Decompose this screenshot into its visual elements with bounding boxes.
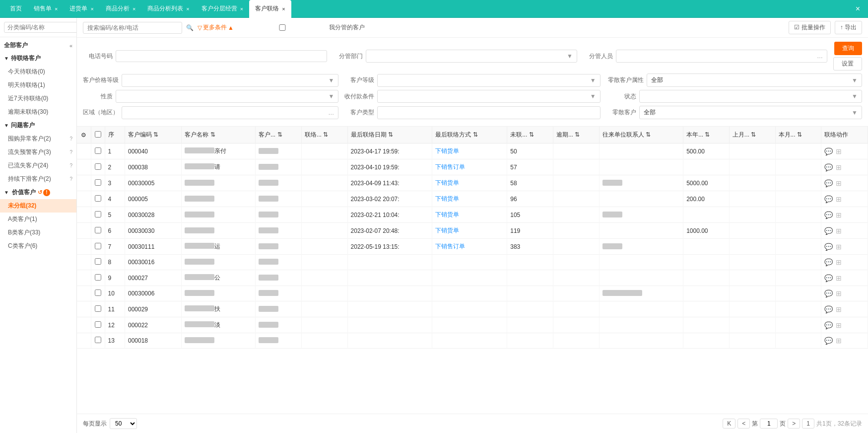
last-page-button[interactable]: 1 [802,419,814,429]
contact-method-link[interactable]: 下销售订单 [435,243,465,250]
sidebar-item-churned[interactable]: 已流失客户(24) ? [0,159,76,172]
checkbox-cell[interactable] [91,223,105,239]
close-icon[interactable]: × [90,6,93,12]
search-button[interactable]: 🔍 [186,24,194,31]
message-icon[interactable]: 💬 [824,258,833,266]
close-icon[interactable]: × [186,6,189,12]
last-contact-method-cell[interactable] [432,317,507,333]
grid-icon[interactable]: ⊞ [836,274,842,282]
first-page-button[interactable]: K [723,419,735,429]
close-icon[interactable]: × [133,6,135,12]
close-icon[interactable]: × [282,6,285,12]
tab-customer-segment[interactable]: 客户分层经营 × [196,0,249,18]
message-icon[interactable]: 💬 [824,274,833,282]
last-contact-method-cell[interactable] [432,301,507,317]
message-icon[interactable]: 💬 [824,321,833,329]
more-conditions-button[interactable]: ▽ 更多条件 ▲ [198,23,234,32]
grid-icon[interactable]: ⊞ [836,321,842,329]
close-all-tabs-button[interactable]: × [852,4,864,13]
last-contact-method-cell[interactable] [432,255,507,270]
tab-customer-contact[interactable]: 客户联络 × [249,0,291,18]
contact-method-link[interactable]: 下销货单 [435,211,459,218]
query-button[interactable]: 查询 [834,42,862,55]
checkbox-cell[interactable] [91,301,105,317]
batch-operations-button[interactable]: ☑ 批量操作 [789,21,830,34]
sidebar-all-customers[interactable]: 全部客户 « [0,37,76,52]
message-icon[interactable]: 💬 [824,179,833,187]
tab-product-analysis[interactable]: 商品分析 × [100,0,141,18]
sidebar-item-class-b[interactable]: B类客户(33) [0,226,76,239]
grid-icon[interactable]: ⊞ [836,179,842,187]
tab-home[interactable]: 首页 [4,0,28,18]
sidebar-item-7days-pending[interactable]: 近7天待联络(0) [0,92,76,105]
checkbox-cell[interactable] [91,270,105,286]
row-checkbox[interactable] [95,321,101,328]
type-column-header[interactable]: 客户... ⇅ [256,127,302,144]
grid-icon[interactable]: ⊞ [836,147,842,155]
sidebar-item-abnormal-stock[interactable]: 囤购异常客户(2) ? [0,132,76,145]
sidebar-item-tomorrow-pending[interactable]: 明天待联络(1) [0,78,76,92]
reset-button[interactable]: 设置 [833,57,862,71]
row-checkbox[interactable] [95,243,101,249]
next-page-button[interactable]: > [788,419,800,429]
value-customers-header[interactable]: ▼ 价值客户 ↺ ! [0,186,76,199]
status-select[interactable]: ▼ [639,90,862,103]
prev-page-button[interactable]: < [737,419,750,429]
row-checkbox[interactable] [95,147,101,154]
last-contact-method-column-header[interactable]: 最后联络方式 ⇅ [432,127,507,144]
row-checkbox[interactable] [95,179,101,186]
grid-icon[interactable]: ⊞ [836,243,842,251]
last-contact-method-cell[interactable]: 下销售订单 [432,159,507,175]
checkbox-cell[interactable] [91,317,105,333]
no-contact-days-column-header[interactable]: 未联... ⇅ [507,127,553,144]
customer-level-select[interactable]: ▼ [377,74,600,87]
settings-column-header[interactable]: ⚙ [77,127,91,144]
export-button[interactable]: ↑ 导出 [835,21,862,34]
close-icon[interactable]: × [55,6,58,12]
unit-contact-column-header[interactable]: 往来单位联系人 ⇅ [599,127,683,144]
close-icon[interactable]: × [240,6,243,12]
sidebar-item-class-a[interactable]: A类客户(1) [0,213,76,226]
year-amount-column-header[interactable]: 本年... ⇅ [683,127,730,144]
grid-icon[interactable]: ⊞ [836,305,842,313]
row-checkbox[interactable] [95,274,101,281]
grid-icon[interactable]: ⊞ [836,337,842,345]
row-checkbox[interactable] [95,289,101,296]
last-contact-date-column-header[interactable]: 最后联络日期 ⇅ [347,127,432,144]
sidebar-item-today-pending[interactable]: 今天待联络(0) [0,65,76,78]
problem-customers-header[interactable]: ▼ 问题客户 [0,119,76,132]
tab-product-analysis-list[interactable]: 商品分析列表 × [141,0,195,18]
my-customers-check[interactable] [238,24,327,31]
grid-icon[interactable]: ⊞ [836,211,842,219]
grid-icon[interactable]: ⊞ [836,227,842,235]
checkbox-cell[interactable] [91,286,105,301]
contact-method-link[interactable]: 下销货单 [435,147,459,154]
contact-method-link[interactable]: 下销售订单 [435,163,465,170]
checkbox-cell[interactable] [91,144,105,159]
row-checkbox[interactable] [95,195,101,202]
message-icon[interactable]: 💬 [824,289,833,297]
last-contact-method-cell[interactable]: 下销货单 [432,207,507,223]
message-icon[interactable]: 💬 [824,147,833,155]
name-column-header[interactable]: 客户名称 ⇅ [182,127,256,144]
scatter-customer-select[interactable]: 全部 ▼ [639,106,862,119]
phone-input[interactable] [116,50,327,62]
contact-method-link[interactable]: 下销货单 [435,227,459,234]
grid-icon[interactable]: ⊞ [836,195,842,203]
checkbox-cell[interactable] [91,333,105,349]
nature-select[interactable]: ▼ [116,90,338,103]
checkbox-cell[interactable] [91,159,105,175]
page-number-input[interactable] [760,419,778,429]
row-checkbox[interactable] [95,258,101,265]
checkbox-cell[interactable] [91,175,105,191]
last-contact-method-cell[interactable]: 下销货单 [432,144,507,159]
dept-select[interactable]: ▼ [366,50,577,63]
payment-select[interactable]: ▼ [377,90,600,103]
message-icon[interactable]: 💬 [824,305,833,313]
this-month-column-header[interactable]: 本月... ⇅ [775,127,821,144]
sidebar-item-churn-warning[interactable]: 流失预警客户(3) ? [0,145,76,159]
dots-icon[interactable]: … [328,109,334,116]
row-checkbox[interactable] [95,227,101,233]
message-icon[interactable]: 💬 [824,227,833,235]
grid-icon[interactable]: ⊞ [836,289,842,297]
